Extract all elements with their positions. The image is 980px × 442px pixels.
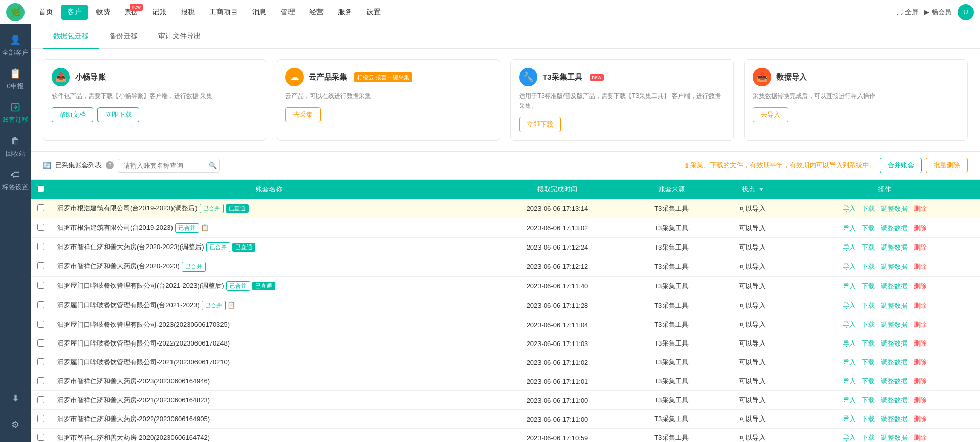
tab-backup-migrate[interactable]: 备份迁移: [99, 24, 148, 49]
download-btn[interactable]: 下载: [862, 205, 875, 212]
refresh-icon[interactable]: 🔄: [43, 162, 51, 169]
sidebar-item-recycle[interactable]: 🗑 回收站: [0, 130, 31, 163]
import-btn[interactable]: 导入: [843, 224, 856, 232]
delete-btn[interactable]: 删除: [914, 434, 927, 441]
member-button[interactable]: ▶ 畅会员: [924, 8, 951, 17]
delete-btn[interactable]: 删除: [914, 243, 927, 251]
adjust-btn[interactable]: 调整数据: [881, 282, 908, 290]
nav-manage[interactable]: 管理: [275, 5, 301, 20]
row-checkbox-5[interactable]: [37, 301, 44, 308]
download-btn[interactable]: 下载: [862, 377, 875, 385]
nav-invoice[interactable]: 票据 new: [118, 5, 144, 20]
import-btn[interactable]: 导入: [843, 358, 856, 366]
row-checkbox-4[interactable]: [37, 282, 44, 289]
nav-customer[interactable]: 客户: [61, 5, 88, 20]
row-checkbox-10[interactable]: [37, 396, 44, 403]
sidebar-gear[interactable]: ⚙: [9, 413, 21, 436]
delete-btn[interactable]: 删除: [914, 205, 927, 212]
user-avatar[interactable]: U: [958, 4, 974, 20]
nav-business[interactable]: 工商项目: [203, 5, 244, 20]
download-btn[interactable]: 下载: [862, 434, 875, 441]
adjust-btn[interactable]: 调整数据: [881, 396, 908, 404]
nav-settings[interactable]: 设置: [360, 5, 387, 20]
import-btn[interactable]: 导入: [843, 377, 856, 385]
sidebar-item-account-migrate[interactable]: 账套迁移: [0, 96, 31, 130]
download-btn[interactable]: 下载: [862, 243, 875, 251]
dataimport-goto-btn[interactable]: 去导入: [753, 107, 788, 122]
download-btn[interactable]: 下载: [862, 224, 875, 232]
select-all-checkbox[interactable]: [37, 185, 44, 192]
row-checkbox-11[interactable]: [37, 415, 44, 422]
delete-btn[interactable]: 删除: [914, 321, 927, 328]
download-btn[interactable]: 下载: [862, 302, 875, 309]
fullscreen-button[interactable]: ⛶ 全屏: [896, 8, 918, 17]
adjust-btn[interactable]: 调整数据: [881, 302, 908, 309]
import-btn[interactable]: 导入: [843, 243, 856, 251]
import-btn[interactable]: 导入: [843, 263, 856, 271]
import-btn[interactable]: 导入: [843, 302, 856, 309]
batch-delete-btn[interactable]: 批量删除: [926, 158, 968, 173]
adjust-btn[interactable]: 调整数据: [881, 358, 908, 366]
nav-home[interactable]: 首页: [33, 5, 59, 20]
nav-operation[interactable]: 经营: [303, 5, 330, 20]
delete-btn[interactable]: 删除: [914, 263, 927, 271]
delete-btn[interactable]: 删除: [914, 415, 927, 423]
import-btn[interactable]: 导入: [843, 396, 856, 404]
import-btn[interactable]: 导入: [843, 434, 856, 441]
row-checkbox-0[interactable]: [37, 204, 44, 211]
adjust-btn[interactable]: 调整数据: [881, 263, 908, 271]
nav-tax[interactable]: 报税: [175, 5, 201, 20]
delete-btn[interactable]: 删除: [914, 339, 927, 347]
download-btn[interactable]: 下载: [862, 358, 875, 366]
row-checkbox-3[interactable]: [37, 262, 44, 269]
sidebar-item-tag-settings[interactable]: 🏷 标签设置: [0, 163, 31, 197]
delete-btn[interactable]: 删除: [914, 282, 927, 290]
row-checkbox-12[interactable]: [37, 434, 44, 441]
adjust-btn[interactable]: 调整数据: [881, 321, 908, 328]
row-checkbox-7[interactable]: [37, 339, 44, 347]
xiaochang-download-btn[interactable]: 立即下载: [97, 107, 139, 122]
adjust-btn[interactable]: 调整数据: [881, 205, 908, 212]
merge-btn[interactable]: 合并账套: [880, 158, 922, 173]
nav-message[interactable]: 消息: [246, 5, 273, 20]
tab-audit-export[interactable]: 审计文件导出: [148, 24, 211, 49]
delete-btn[interactable]: 删除: [914, 302, 927, 309]
row-checkbox-1[interactable]: [37, 224, 44, 231]
sidebar-download[interactable]: ⬇: [9, 387, 21, 409]
adjust-btn[interactable]: 调整数据: [881, 434, 908, 441]
row-checkbox-9[interactable]: [37, 377, 44, 384]
nav-service[interactable]: 服务: [332, 5, 358, 20]
import-btn[interactable]: 导入: [843, 205, 856, 212]
delete-btn[interactable]: 删除: [914, 396, 927, 404]
adjust-btn[interactable]: 调整数据: [881, 377, 908, 385]
row-checkbox-8[interactable]: [37, 358, 44, 365]
t3-download-btn[interactable]: 立即下载: [519, 117, 561, 132]
download-btn[interactable]: 下载: [862, 339, 875, 347]
nav-fee[interactable]: 收费: [90, 5, 116, 20]
delete-btn[interactable]: 删除: [914, 224, 927, 232]
sidebar-item-all-customers[interactable]: 👤 全部客户: [0, 29, 31, 62]
search-input[interactable]: [118, 159, 220, 173]
download-btn[interactable]: 下载: [862, 282, 875, 290]
download-btn[interactable]: 下载: [862, 263, 875, 271]
adjust-btn[interactable]: 调整数据: [881, 224, 908, 232]
import-btn[interactable]: 导入: [843, 282, 856, 290]
nav-accounting[interactable]: 记账: [146, 5, 173, 20]
delete-btn[interactable]: 删除: [914, 377, 927, 385]
delete-btn[interactable]: 删除: [914, 358, 927, 366]
adjust-btn[interactable]: 调整数据: [881, 339, 908, 347]
row-checkbox-2[interactable]: [37, 243, 44, 250]
status-sort-icon[interactable]: ▼: [758, 187, 764, 192]
cloud-collect-btn[interactable]: 去采集: [285, 107, 321, 122]
search-icon[interactable]: 🔍: [209, 162, 217, 169]
tab-data-migrate[interactable]: 数据包迁移: [43, 24, 99, 49]
download-btn[interactable]: 下载: [862, 415, 875, 423]
row-checkbox-6[interactable]: [37, 321, 44, 328]
download-btn[interactable]: 下载: [862, 321, 875, 328]
import-btn[interactable]: 导入: [843, 415, 856, 423]
download-btn[interactable]: 下载: [862, 396, 875, 404]
import-btn[interactable]: 导入: [843, 321, 856, 328]
sidebar-item-zero-declare[interactable]: 📋 0申报: [0, 62, 31, 96]
adjust-btn[interactable]: 调整数据: [881, 415, 908, 423]
xiaochang-help-btn[interactable]: 帮助文档: [52, 107, 93, 122]
